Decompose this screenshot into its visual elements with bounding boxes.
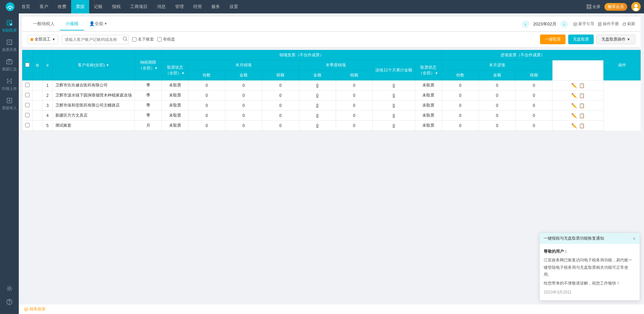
row-tax-period-4: 月 [135, 121, 162, 131]
tax-policy-link[interactable]: 税务政策 [24, 306, 46, 312]
view-icon-0[interactable]: 📋 [579, 83, 585, 88]
row-no-0: 1 [43, 80, 53, 90]
col-settings-header[interactable]: ⚙ [33, 50, 43, 80]
col-customer-header[interactable]: 客户名称(全部) ▼ [53, 50, 135, 80]
avatar[interactable] [631, 2, 641, 11]
edit-icon-3[interactable]: ✏️ [571, 113, 577, 118]
row-checkbox-2[interactable] [22, 101, 33, 111]
row-tax-period-2: 季 [135, 101, 162, 111]
view-icon-1[interactable]: 📋 [579, 93, 585, 98]
select-all-checkbox[interactable] [25, 63, 30, 67]
vip-button[interactable]: 畅享会员 [604, 3, 627, 11]
row-checkbox-4[interactable] [22, 121, 33, 131]
col-purchase-month-amount-header: 金额 [479, 70, 516, 80]
row-purchase-status-1: 未取票 [415, 90, 442, 101]
row-sales-quarter-amount-1[interactable]: 0 [299, 90, 336, 101]
my-accounts-checkbox[interactable] [132, 37, 137, 42]
search-button[interactable] [123, 37, 127, 42]
app-logo[interactable] [3, 0, 17, 13]
nav-tax[interactable]: 报税 [107, 0, 125, 13]
row-sales-quarter-amount-4[interactable]: 0 [299, 121, 336, 131]
col-sales-12m-header: 连续12个月累计金额 [373, 60, 415, 80]
view-icon-3[interactable]: 📋 [579, 113, 585, 118]
table-row: 3 卫辉市保和堂医药有限公司主幢路店 季 未取票 0 0 0 0 0 0 未取票… [22, 101, 641, 111]
svg-rect-5 [590, 7, 591, 9]
sidebar-item-invoice-entry[interactable]: 票据录入 [0, 94, 19, 113]
row-operation-0: ✏️ 📋 [552, 80, 604, 90]
nav-service[interactable]: 服务 [207, 0, 225, 13]
tax-disk-filter[interactable]: 有税盘 [157, 37, 175, 42]
row-sales-12m-0[interactable]: 0 [373, 80, 415, 90]
col-sales-quarter-tax-header: 税额 [336, 70, 373, 80]
row-purchase-month-count-3: 0 [442, 111, 479, 121]
notification-close-btn[interactable]: × [633, 236, 636, 241]
row-checkbox-1[interactable] [22, 90, 33, 101]
nav-message[interactable]: 消息 [152, 0, 170, 13]
my-accounts-filter[interactable]: 名下账套 [132, 37, 154, 42]
nav-business[interactable]: 工商项目 [125, 0, 152, 13]
fullscreen-btn[interactable]: 全屏 [587, 4, 600, 10]
col-sales-month-header: 本月销项 [189, 60, 299, 70]
help-icon [5, 298, 13, 306]
scan-upload-label: 扫描上传 [2, 86, 17, 91]
nav-settings[interactable]: 设置 [225, 0, 243, 13]
row-customer-1: 卫辉市汲水镇下园洞香烟营木种植家庭农场 [53, 90, 135, 101]
manual-btn[interactable]: 操作手册 [598, 21, 619, 27]
tab-all[interactable]: 👤 全能 ▼ [84, 18, 113, 30]
sidebar-item-scan-upload[interactable]: 扫描上传 [0, 74, 19, 94]
nav-home[interactable]: 首页 [17, 0, 35, 13]
row-purchase-status-3: 未取票 [415, 111, 442, 121]
row-sales-status-1: 未取票 [162, 90, 189, 101]
tax-disk-checkbox[interactable] [157, 37, 162, 42]
period-next-btn[interactable]: › [560, 20, 568, 28]
sidebar-item-help[interactable] [0, 295, 19, 309]
row-sales-quarter-amount-0[interactable]: 0 [299, 80, 336, 90]
nav-customer[interactable]: 客户 [35, 0, 53, 13]
row-sales-quarter-tax-0: 0 [336, 80, 373, 90]
nav-fee[interactable]: 收费 [53, 0, 71, 13]
row-sales-month-count-2: 0 [189, 101, 225, 111]
diskless-ticket-operation-btn[interactable]: 无盘取票操作 ▼ [596, 35, 635, 44]
row-purchase-month-tax-4: 0 [516, 121, 552, 131]
col-sales-status-header[interactable]: 取票状态（全部）▼ [162, 60, 189, 80]
row-checkbox-0[interactable] [22, 80, 33, 90]
row-sales-quarter-amount-3[interactable]: 0 [299, 111, 336, 121]
new-guide-btn[interactable]: 新手引导 [573, 21, 594, 27]
row-sales-quarter-amount-2[interactable]: 0 [299, 101, 336, 111]
sidebar-item-issue-invoice[interactable]: 发票开具 [0, 36, 19, 55]
row-sales-12m-3[interactable]: 0 [373, 111, 415, 121]
sidebar-item-settings[interactable] [0, 282, 19, 295]
view-icon-4[interactable]: 📋 [579, 123, 585, 128]
row-operation-4: ✏️ 📋 [552, 121, 604, 131]
row-sales-12m-2[interactable]: 0 [373, 101, 415, 111]
edit-icon-1[interactable]: ✏️ [571, 93, 577, 98]
edit-icon-4[interactable]: ✏️ [571, 123, 577, 128]
one-click-ticket-btn[interactable]: 一键取票 [540, 35, 566, 44]
row-sales-12m-4[interactable]: 0 [373, 121, 415, 131]
tab-general-taxpayer[interactable]: 一般纳税人 [28, 18, 60, 30]
refresh-btn[interactable]: 刷新 [622, 21, 635, 27]
diskless-ticket-btn[interactable]: 无盘取票 [568, 35, 594, 44]
sidebar-item-smart-ticket[interactable]: 智能取票 [0, 16, 19, 36]
row-checkbox-3[interactable] [22, 111, 33, 121]
view-icon-2[interactable]: 📋 [579, 103, 585, 108]
row-sales-12m-1[interactable]: 0 [373, 90, 415, 101]
edit-icon-2[interactable]: ✏️ [571, 103, 577, 108]
tab-small-scale[interactable]: 小规模 [60, 18, 84, 30]
row-no-2: 3 [43, 101, 53, 111]
svg-point-7 [634, 4, 638, 7]
search-input[interactable] [62, 35, 129, 44]
col-tax-period-header[interactable]: 纳税期限（全部）▼ [135, 50, 162, 80]
nav-operation[interactable]: 经营 [189, 0, 207, 13]
period-prev-btn[interactable]: ‹ [522, 20, 529, 28]
table-row: 1 卫辉市玖玖健合医药有限公司 季 未取票 0 0 0 0 0 0 未取票 0 … [22, 80, 641, 90]
col-checkbox-header[interactable] [22, 50, 33, 80]
nav-accounting[interactable]: 记账 [89, 0, 107, 13]
notification-apology: 给您带来的不便敬请谅解，祝您工作愉快！ [544, 280, 636, 287]
sidebar-item-invoice-summary[interactable]: 票据汇总 [0, 55, 19, 74]
nav-invoice[interactable]: 票据 [71, 0, 89, 13]
employee-filter[interactable]: 全部员工 ▼ [28, 35, 58, 44]
nav-manage[interactable]: 管理 [170, 0, 189, 13]
edit-icon-0[interactable]: ✏️ [571, 83, 577, 88]
col-purchase-status-header[interactable]: 取票状态（全部）▼ [415, 60, 442, 80]
